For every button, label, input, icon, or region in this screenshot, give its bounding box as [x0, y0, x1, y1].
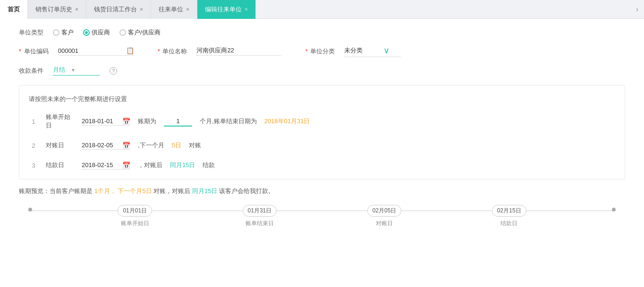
unit-type-label: 单位类型 [19, 28, 43, 37]
preview-part4: 同月15日 [192, 187, 217, 194]
unit-type-row: 单位类型 客户 供应商 客户/供应商 [19, 28, 625, 37]
form-section: 单位类型 客户 供应商 客户/供应商 * 单位编码 [19, 28, 625, 76]
preview-label: 账期预览：当前客户账期是 [19, 187, 93, 194]
period-box-title: 请按照未来的一个完整帐期进行设置 [29, 95, 615, 103]
timeline-label-4: 结款日 [500, 219, 517, 228]
payment-term-value: 月结 [53, 66, 65, 74]
period-for-label: 账期为 [138, 117, 156, 126]
timeline-start-dot [28, 208, 32, 211]
timeline-date-4: 02月15日 [492, 205, 526, 217]
timeline-end-dot [612, 208, 616, 211]
payment-term-label: 收款条件 [19, 67, 43, 75]
unit-name-input[interactable] [196, 47, 281, 54]
timeline-node-2: 01月31日 账单结束日 [243, 205, 277, 228]
period-label-2: 对账日 [46, 141, 74, 150]
unit-category-label: * 单位分类 [305, 47, 335, 56]
period-num-2: 2 [29, 142, 38, 149]
close-icon[interactable]: × [75, 6, 78, 13]
radio-both-label: 客户/供应商 [128, 28, 161, 37]
main-content: 单位类型 客户 供应商 客户/供应商 * 单位编码 [0, 19, 644, 287]
timeline-node-4: 02月15日 结款日 [492, 205, 526, 228]
tab-bar: 首页 销售订单历史 × 钱货日清工作台 × 往来单位 × 编辑往来单位 × › [0, 0, 644, 19]
radio-both[interactable]: 客户/供应商 [119, 28, 161, 37]
required-star: * [158, 48, 160, 55]
timeline-label-2: 账单结束日 [246, 219, 274, 228]
radio-supplier-label: 供应商 [92, 28, 110, 37]
timeline-node-3: 02月05日 对账日 [367, 205, 402, 228]
tab-edit-partner[interactable]: 编辑往来单位 × [197, 0, 256, 19]
timeline-nodes: 01月01日 账单开始日 01月31日 账单结束日 02月05日 对账日 02月… [28, 205, 616, 228]
tab-home[interactable]: 首页 [0, 0, 28, 19]
help-icon[interactable]: ? [110, 67, 117, 75]
timeline-date-3: 02月05日 [367, 205, 402, 217]
period-date-input-1[interactable] [82, 118, 119, 125]
radio-both-circle [119, 29, 126, 36]
preview-part5: 该客户会给我打款。 [219, 187, 274, 194]
calendar-icon-2[interactable]: 📅 [122, 142, 130, 149]
close-icon[interactable]: × [140, 6, 143, 13]
timeline-label-1: 账单开始日 [121, 219, 149, 228]
unit-name-label: * 单位名称 [158, 47, 187, 56]
period-date-3[interactable]: 📅 [82, 161, 130, 169]
period-highlight-2: 5日 [172, 141, 181, 150]
payment-term-select[interactable]: 月结 ▼ [53, 66, 100, 76]
period-suffix-pre-2: ,下一个月 [138, 141, 164, 150]
preview-part3: 对账，对账后 [153, 187, 190, 194]
tab-home-label: 首页 [8, 5, 20, 14]
period-suffix-post-3: 结款 [203, 161, 215, 169]
tab-sales-order-history[interactable]: 销售订单历史 × [28, 0, 86, 19]
radio-group: 客户 供应商 客户/供应商 [53, 28, 161, 37]
period-number-input[interactable] [164, 117, 192, 127]
tab-partner-label: 往来单位 [159, 5, 183, 14]
period-date-input-3[interactable] [82, 161, 119, 169]
unit-code-input[interactable] [58, 47, 124, 54]
period-highlight-3: 同月15日 [170, 161, 195, 169]
timeline-container: 01月01日 账单开始日 01月31日 账单结束日 02月05日 对账日 02月… [19, 205, 625, 228]
close-icon[interactable]: × [245, 6, 248, 13]
timeline-label-3: 对账日 [376, 219, 393, 228]
period-row-3: 3 结款日 📅 ，对账后 同月15日 结款 [29, 161, 615, 169]
period-date-2[interactable]: 📅 [82, 142, 130, 150]
required-star: * [19, 48, 21, 55]
timeline-node-1: 01月01日 账单开始日 [118, 205, 152, 228]
unit-code-field[interactable]: 📋 [58, 47, 134, 56]
calendar-icon-1[interactable]: 📅 [122, 118, 130, 125]
tab-edit-partner-label: 编辑往来单位 [205, 5, 242, 14]
document-icon[interactable]: 📋 [126, 47, 134, 54]
period-unit-label: 个月,账单结束日期为 [200, 117, 257, 126]
period-num-1: 1 [29, 118, 38, 125]
period-suffix-pre-3: ，对账后 [138, 161, 162, 169]
chevron-down-icon: ▼ [71, 68, 76, 73]
chevron-down-icon: ∨ [383, 45, 390, 56]
radio-customer-label: 客户 [61, 28, 74, 37]
period-row-1: 1 账单开始日 📅 账期为 个月,账单结束日期为 2018年01月31日 [29, 113, 615, 130]
period-end-date: 2018年01月31日 [264, 117, 310, 126]
unit-code-label: * 单位编码 [19, 47, 49, 56]
calendar-icon-3[interactable]: 📅 [122, 161, 130, 169]
timeline-date-2: 01月31日 [243, 205, 277, 217]
unit-category-select[interactable]: 未分类 ∨ [344, 45, 401, 57]
timeline-date-1: 01月01日 [118, 205, 152, 217]
radio-customer-circle [53, 29, 59, 36]
period-num-3: 3 [29, 162, 38, 169]
unit-info-row: * 单位编码 📋 * 单位名称 * 单位分类 未分类 ∨ [19, 45, 625, 57]
period-row-2: 2 对账日 📅 ,下一个月 5日 对账 [29, 141, 615, 150]
tab-cash-work[interactable]: 钱货日清工作台 × [86, 0, 151, 19]
period-date-input-2[interactable] [82, 142, 119, 149]
unit-name-field[interactable] [196, 47, 281, 56]
unit-category-value: 未分类 [344, 46, 363, 55]
radio-supplier[interactable]: 供应商 [83, 28, 110, 37]
tab-arrow[interactable]: › [630, 5, 644, 14]
tab-partner[interactable]: 往来单位 × [151, 0, 197, 19]
radio-supplier-circle [83, 29, 90, 36]
close-icon[interactable]: × [186, 6, 189, 13]
period-suffix-post-2: 对账 [189, 141, 201, 150]
payment-term-row: 收款条件 月结 ▼ ? [19, 66, 625, 76]
tab-cash-work-label: 钱货日清工作台 [94, 5, 137, 14]
preview-section: 账期预览：当前客户账期是 1个月， 下一个月5日 对账，对账后 同月15日 该客… [19, 187, 625, 195]
radio-customer[interactable]: 客户 [53, 28, 74, 37]
tab-sales-order-history-label: 销售订单历史 [35, 5, 72, 14]
period-date-1[interactable]: 📅 [82, 118, 130, 126]
preview-part1: 1个月， [94, 187, 116, 194]
preview-part2: 下一个月5日 [118, 187, 152, 194]
